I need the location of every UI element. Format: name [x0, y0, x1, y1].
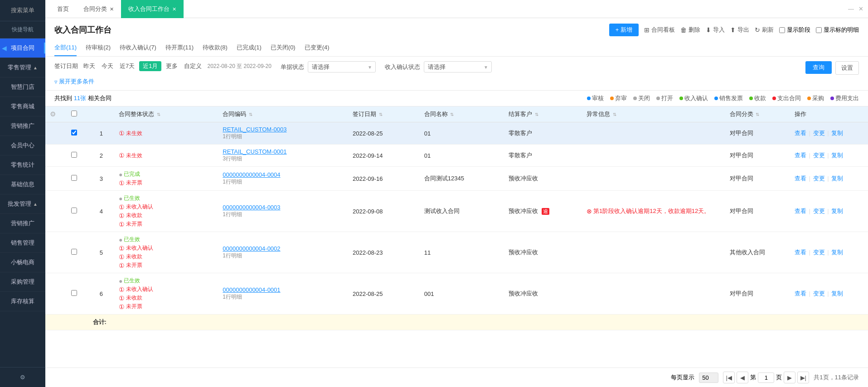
row4-checkbox[interactable]	[71, 208, 77, 213]
row1-checkbox[interactable]	[71, 130, 77, 135]
review-btn[interactable]: 审核	[587, 94, 604, 102]
select-all-checkbox[interactable]	[71, 111, 77, 116]
show-stage-label[interactable]: 显示阶段	[779, 26, 810, 34]
contract-link-r1[interactable]: RETAIL_CUSTOM-0003	[223, 126, 286, 133]
income-confirm-select[interactable]: 请选择	[424, 61, 492, 73]
status-tab-pending-income-confirm[interactable]: 待收入确认(7)	[120, 41, 156, 56]
op-copy-r2[interactable]: 复制	[831, 152, 843, 159]
sort-overall-status-icon[interactable]: ⇅	[157, 112, 160, 117]
op-change-r6[interactable]: 变更	[813, 290, 825, 297]
window-close-icon[interactable]: ✕	[858, 5, 863, 12]
query-button[interactable]: 查询	[805, 61, 832, 74]
sidebar-item-retail-mall[interactable]: 零售商城	[0, 97, 45, 116]
per-page-select[interactable]: 50	[699, 372, 718, 383]
op-view-r1[interactable]: 查看	[795, 130, 806, 136]
new-button[interactable]: + 新增	[609, 24, 639, 36]
op-copy-r4[interactable]: 复制	[831, 208, 843, 214]
kanban-button[interactable]: ⊞ 合同看板	[644, 26, 675, 34]
sidebar-item-ecommerce[interactable]: 小畅电商	[0, 253, 45, 272]
sort-date-icon[interactable]: ⇅	[379, 112, 383, 117]
contract-link-r6[interactable]: 0000000000004-0001	[223, 286, 280, 293]
sidebar-item-marketing[interactable]: 营销推广	[0, 116, 45, 136]
status-tab-pending-invoice[interactable]: 待开票(11)	[165, 41, 194, 56]
tab-income-workbench-close[interactable]: ✕	[172, 0, 176, 18]
open-btn[interactable]: 打开	[656, 94, 673, 102]
status-tab-pending-review[interactable]: 待审核(2)	[86, 41, 111, 56]
window-minimize-icon[interactable]: —	[848, 5, 854, 12]
sidebar-item-sales[interactable]: 销售管理	[0, 233, 45, 253]
page-last-btn[interactable]: ▶|	[797, 372, 809, 383]
tab-contract-cat-close[interactable]: ✕	[110, 0, 114, 18]
op-change-r4[interactable]: 变更	[813, 208, 825, 214]
op-change-r5[interactable]: 变更	[813, 249, 825, 256]
op-view-r2[interactable]: 查看	[795, 152, 806, 159]
sort-type-icon[interactable]: ⇅	[756, 112, 759, 117]
expand-more-btn[interactable]: ▿ 展开更多条件	[54, 77, 859, 86]
expense-pay-btn[interactable]: 费用支出	[830, 94, 859, 102]
sidebar-item-member[interactable]: 会员中心	[0, 136, 45, 155]
status-tab-all[interactable]: 全部(11)	[54, 41, 77, 56]
sidebar-item-basic-info[interactable]: 基础信息	[0, 175, 45, 194]
page-input[interactable]	[758, 372, 774, 383]
sidebar-item-marketing2[interactable]: 营销推广	[0, 214, 45, 233]
tab-income-workbench[interactable]: 收入合同工作台 ✕	[121, 0, 184, 18]
contract-link-r3[interactable]: 0000000000004-0004	[223, 171, 280, 178]
sales-invoice-btn[interactable]: 销售发票	[714, 94, 743, 102]
abandon-btn[interactable]: 弃审	[610, 94, 627, 102]
date-chip-last7[interactable]: 近7天	[118, 61, 136, 71]
status-tab-pending-payment[interactable]: 待收款(8)	[203, 41, 228, 56]
purchase-btn[interactable]: 采购	[807, 94, 824, 102]
delete-button[interactable]: 🗑 删除	[680, 26, 700, 34]
row6-checkbox[interactable]	[71, 290, 77, 296]
page-first-btn[interactable]: |◀	[723, 372, 735, 383]
row5-checkbox[interactable]	[71, 249, 77, 255]
sort-error-icon[interactable]: ⇅	[613, 112, 616, 117]
sidebar-item-retail[interactable]: 零售管理 ▲	[0, 58, 45, 77]
op-change-r1[interactable]: 变更	[813, 130, 825, 136]
date-chip-today[interactable]: 今天	[100, 61, 115, 71]
show-mark-label[interactable]: 显示标的明细	[816, 26, 859, 34]
sort-name-icon[interactable]: ⇅	[450, 112, 454, 117]
op-change-r3[interactable]: 变更	[813, 175, 825, 182]
tab-contract-cat[interactable]: 合同分类 ✕	[76, 0, 121, 18]
status-tab-changed[interactable]: 已变更(4)	[305, 41, 330, 56]
sidebar-item-purchase[interactable]: 采购管理	[0, 272, 45, 292]
tab-home[interactable]: 首页	[50, 0, 76, 18]
sidebar-item-smart-shop[interactable]: 智慧门店	[0, 77, 45, 97]
op-view-r6[interactable]: 查看	[795, 290, 806, 297]
contract-link-r4[interactable]: 0000000000004-0003	[223, 204, 280, 211]
date-chip-last1m[interactable]: 近1月	[139, 61, 161, 71]
sidebar-item-wholesale[interactable]: 批发管理 ▲	[0, 194, 45, 214]
set-button[interactable]: 设置	[835, 61, 859, 75]
op-copy-r6[interactable]: 复制	[831, 290, 843, 297]
close-btn[interactable]: 关闭	[633, 94, 650, 102]
sort-customer-icon[interactable]: ⇅	[535, 112, 538, 117]
page-next-btn[interactable]: ▶	[784, 372, 795, 383]
contract-link-r5[interactable]: 0000000000004-0002	[223, 245, 280, 252]
op-copy-r5[interactable]: 复制	[831, 249, 843, 256]
page-prev-btn[interactable]: ◀	[737, 372, 748, 383]
import-button[interactable]: ⬇ 导入	[706, 26, 725, 34]
sidebar-search[interactable]: 搜索菜单	[0, 0, 45, 21]
export-button[interactable]: ⬆ 导出	[730, 26, 749, 34]
refresh-button[interactable]: ↻ 刷新	[755, 26, 774, 34]
row2-checkbox[interactable]	[71, 152, 77, 158]
date-chip-more[interactable]: 更多	[164, 61, 179, 71]
date-chip-yesterday[interactable]: 昨天	[82, 61, 97, 71]
op-change-r2[interactable]: 变更	[813, 152, 825, 159]
show-mark-checkbox[interactable]	[816, 27, 822, 33]
status-tab-completed[interactable]: 已完成(1)	[237, 41, 262, 56]
status-tab-closed[interactable]: 已关闭(0)	[271, 41, 296, 56]
op-copy-r1[interactable]: 复制	[831, 130, 843, 136]
sort-code-icon[interactable]: ⇅	[249, 112, 252, 117]
sidebar-item-project[interactable]: 项目合同 ◀	[0, 39, 45, 58]
payment-btn[interactable]: 收款	[749, 94, 766, 102]
show-stage-checkbox[interactable]	[779, 27, 785, 33]
op-view-r3[interactable]: 查看	[795, 175, 806, 182]
sidebar-settings[interactable]: ⚙	[0, 367, 45, 387]
sidebar-item-inventory[interactable]: 库存核算	[0, 292, 45, 311]
date-chip-custom[interactable]: 自定义	[182, 61, 204, 71]
income-confirm-btn[interactable]: 收入确认	[679, 94, 708, 102]
sidebar-item-retail-stat[interactable]: 零售统计	[0, 155, 45, 175]
table-settings-icon[interactable]: ⚙	[50, 110, 56, 118]
